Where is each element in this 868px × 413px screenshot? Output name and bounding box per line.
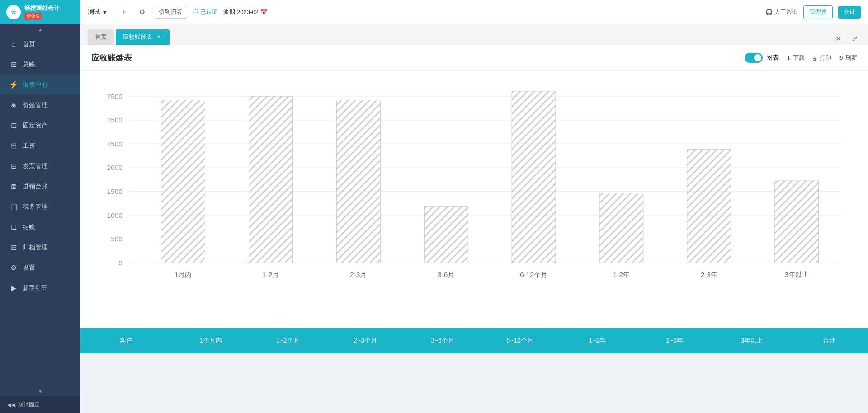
svg-text:2500: 2500 [107,140,123,148]
svg-text:3-6月: 3-6月 [438,271,454,278]
sidebar: 云 畅捷通好会计 专业版 ▲ ⌂ 首页 ⊟ 总账 ⚡ 报表中心 ◈ 资金管理 ⊡… [0,0,80,413]
add-button[interactable]: ＋ [118,6,130,19]
sidebar-item-archive[interactable]: ⊟ 归档管理 [0,237,80,258]
period-display: 账期 2023-02 📅 [223,8,268,16]
sidebar-item-tax[interactable]: ◫ 税务管理 [0,197,80,217]
logo-icon: 云 [6,5,21,19]
guide-icon: ▶ [9,284,18,292]
sidebar-item-home[interactable]: ⌂ 首页 [0,34,80,54]
tab-home[interactable]: 首页 [88,29,114,45]
sidebar-logo: 云 畅捷通好会计 专业版 [0,0,80,24]
sidebar-item-label: 进销台账 [23,183,48,191]
svg-text:2500: 2500 [107,93,123,100]
reports-icon: ⚡ [9,80,18,89]
consult-button[interactable]: 🎧 人工咨询 [765,8,798,16]
bar-1-2year [599,193,643,263]
sidebar-unpin-button[interactable]: ◀◀ 取消固定 [0,396,80,413]
ledger-icon: ⊟ [9,60,18,69]
bar-2-3year [687,150,731,263]
period-label: 账期 [223,8,235,16]
logo-text: 畅捷通好会计 专业版 [24,5,60,20]
sidebar-item-label: 归档管理 [23,244,48,252]
sidebar-item-assets[interactable]: ⊡ 固定资产 [0,115,80,136]
tab-close-icon[interactable]: × [155,33,162,41]
chart-toggle-wrapper: 图表 [745,53,779,63]
sidebar-item-ledger[interactable]: ⊟ 总账 [0,54,80,75]
main-area: 测试 ▾ ＋ ⚙ 切到旧版 🛡 已认证 账期 2023-02 📅 🎧 人工咨询 … [80,0,868,413]
app-edition: 专业版 [24,13,42,20]
col-header-1-2month: 1~2个月 [249,329,326,352]
topbar: 测试 ▾ ＋ ⚙ 切到旧版 🛡 已认证 账期 2023-02 📅 🎧 人工咨询 … [80,0,868,24]
sidebar-scroll-up[interactable]: ▲ [0,24,80,34]
print-icon: 🖨 [812,55,818,61]
chart-toggle[interactable] [745,53,763,63]
svg-text:1-2年: 1-2年 [613,271,630,278]
svg-text:500: 500 [111,235,122,243]
app-title: 畅捷通好会计 [24,5,60,12]
divider-1 [112,8,112,17]
sidebar-item-settings[interactable]: ⚙ 设置 [0,258,80,278]
close-accounts-icon: ⊡ [9,223,18,231]
funds-icon: ◈ [9,101,18,109]
tab-receivable-aging[interactable]: 应收账龄表 × [116,29,170,45]
sidebar-item-invoice[interactable]: ⊟ 发票管理 [0,156,80,176]
table-header: 客户 1个月内 1~2个月 2~3个月 3~6个月 6~12个月 1~2年 2~… [80,328,868,353]
headset-icon: 🎧 [765,9,773,15]
content-area[interactable]: 应收账龄表 图表 ⬇ 下载 🖨 打印 ↻ [80,45,868,413]
switch-to-old-btn[interactable]: 切到旧版 [154,6,187,19]
chevron-down-icon: ▾ [103,9,106,16]
tab-bar-controls: ✕ ⤢ [832,32,861,45]
download-icon: ⬇ [786,55,791,61]
bar-chart: 2500 2500 2500 2000 1500 1000 500 0 [99,80,850,318]
col-header-1-2year: 1~2年 [559,329,636,352]
sidebar-item-funds[interactable]: ◈ 资金管理 [0,95,80,115]
period-value: 2023-02 [237,9,259,15]
tab-home-label: 首页 [95,33,107,41]
svg-text:2-3月: 2-3月 [350,271,367,278]
svg-text:2000: 2000 [107,164,123,171]
certified-label: 已认证 [200,8,218,16]
sidebar-item-label: 报表中心 [23,81,48,89]
bar-1-2month [249,96,292,263]
sidebar-item-label: 设置 [23,264,35,272]
calendar-icon[interactable]: 📅 [260,9,268,15]
sidebar-item-close[interactable]: ⊡ 结账 [0,217,80,237]
sidebar-item-salary[interactable]: ⊞ 工资 [0,136,80,156]
accountant-button[interactable]: 会计 [838,6,861,19]
col-header-2-3month: 2~3个月 [326,329,404,352]
expand-tab-btn[interactable]: ⤢ [848,32,861,45]
col-header-total: 合计 [791,329,868,352]
tab-active-label: 应收账龄表 [123,33,152,41]
consult-label: 人工咨询 [774,8,798,16]
sidebar-item-label: 新手引导 [23,284,48,292]
close-tab-btn[interactable]: ✕ [832,32,844,45]
col-header-1month: 1个月内 [172,329,249,352]
sidebar-nav: ⌂ 首页 ⊟ 总账 ⚡ 报表中心 ◈ 资金管理 ⊡ 固定资产 ⊞ 工资 ⊟ 发票… [0,34,80,386]
settings-gear-button[interactable]: ⚙ [136,6,148,19]
bar-2-3month [336,100,380,263]
salary-icon: ⊞ [9,141,18,150]
project-selector[interactable]: 测试 ▾ [88,8,106,16]
svg-text:1500: 1500 [107,188,123,195]
tax-icon: ◫ [9,202,18,211]
sidebar-item-label: 发票管理 [23,162,48,170]
assets-icon: ⊡ [9,121,18,130]
svg-text:0: 0 [118,259,122,267]
svg-text:2500: 2500 [107,116,123,124]
refresh-button[interactable]: ↻ 刷新 [839,54,857,62]
print-button[interactable]: 🖨 打印 [812,54,831,62]
sidebar-item-reports[interactable]: ⚡ 报表中心 [0,75,80,95]
sidebar-item-inventory[interactable]: ⊠ 进销台账 [0,176,80,197]
report-header: 应收账龄表 图表 ⬇ 下载 🖨 打印 ↻ [80,45,868,71]
shield-icon: 🛡 [193,9,198,15]
sidebar-scroll-down[interactable]: ▼ [0,386,80,396]
svg-text:2-3年: 2-3年 [701,271,717,278]
sidebar-item-guide[interactable]: ▶ 新手引导 [0,278,80,298]
manager-button[interactable]: 管理员 [803,5,833,19]
col-header-2-3year: 2~3年 [636,329,713,352]
download-button[interactable]: ⬇ 下载 [786,54,805,62]
sidebar-item-label: 工资 [23,142,35,150]
page-content: 应收账龄表 图表 ⬇ 下载 🖨 打印 ↻ [80,45,868,413]
report-title: 应收账龄表 [91,52,132,63]
settings-icon: ⚙ [9,263,18,272]
